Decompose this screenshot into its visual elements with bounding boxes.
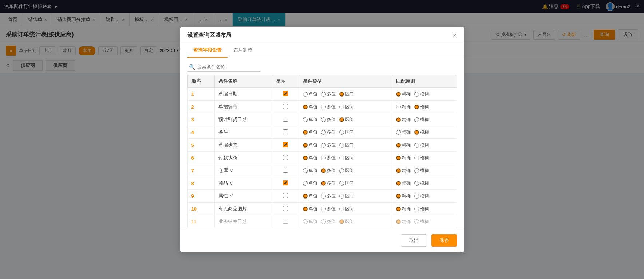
search-icon: 🔍 (189, 64, 195, 70)
modal-header: 设置查询区域布局 × (180, 27, 464, 43)
modal-search-area: 🔍 (180, 58, 464, 73)
tab-query-fields[interactable]: 查询字段设置 (187, 43, 228, 58)
modal-title: 设置查询区域布局 (187, 32, 231, 39)
modal-close-btn[interactable]: × (453, 32, 457, 39)
modal-overlay: 设置查询区域布局 × 查询字段设置 布局调整 🔍 顺序 (0, 0, 644, 73)
search-wrap: 🔍 (187, 62, 260, 72)
tab-layout-adjust[interactable]: 布局调整 (228, 43, 258, 58)
tab-layout-adjust-label: 布局调整 (233, 47, 252, 53)
tab-query-fields-label: 查询字段设置 (193, 47, 222, 53)
modal-dialog: 设置查询区域布局 × 查询字段设置 布局调整 🔍 顺序 (180, 27, 464, 73)
search-input[interactable] (187, 62, 260, 72)
modal-tabs: 查询字段设置 布局调整 (180, 43, 464, 58)
